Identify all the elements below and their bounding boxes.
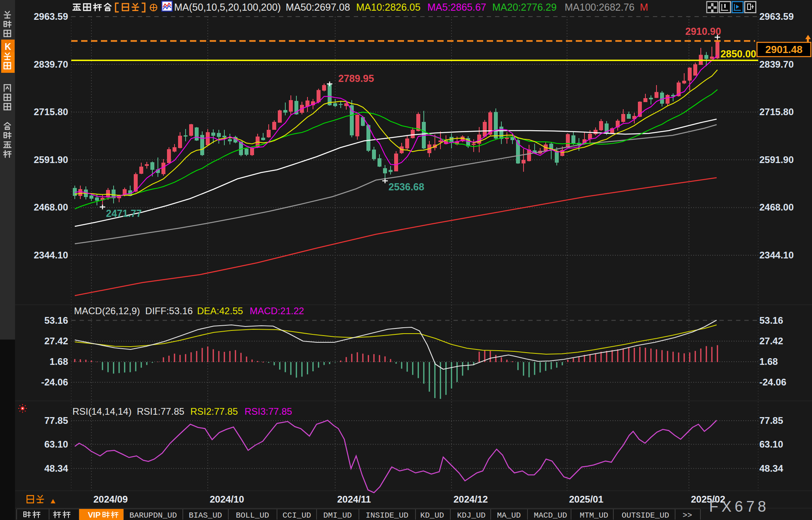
svg-text:2910.90: 2910.90 <box>685 26 721 37</box>
svg-text:2468.00: 2468.00 <box>34 202 68 213</box>
svg-text:2901.48: 2901.48 <box>765 44 803 55</box>
svg-text:1.68: 1.68 <box>759 356 778 367</box>
svg-text:MA(50,10,5,20,100,200): MA(50,10,5,20,100,200) <box>174 2 281 13</box>
svg-text:BOLL_UD: BOLL_UD <box>236 511 269 520</box>
svg-text:2963.59: 2963.59 <box>34 11 68 22</box>
svg-text:63.10: 63.10 <box>759 439 783 450</box>
svg-text:OUTSIDE_UD: OUTSIDE_UD <box>622 511 669 520</box>
svg-text:MA100:2682.76: MA100:2682.76 <box>565 2 635 13</box>
svg-text:K: K <box>5 42 11 52</box>
svg-text:BARUPDN_UD: BARUPDN_UD <box>129 511 177 520</box>
svg-text:27.42: 27.42 <box>44 336 68 346</box>
svg-text:-24.06: -24.06 <box>759 377 786 387</box>
svg-text:MA10:2826.05: MA10:2826.05 <box>356 2 421 13</box>
svg-text:2839.70: 2839.70 <box>34 59 68 70</box>
svg-text:>>: >> <box>683 511 692 520</box>
svg-text:77.85: 77.85 <box>44 415 68 426</box>
svg-text:INSIDE_UD: INSIDE_UD <box>366 511 408 520</box>
svg-text:2024/09: 2024/09 <box>93 494 128 505</box>
svg-text:RSI3:77.85: RSI3:77.85 <box>245 406 292 417</box>
svg-text:KD_UD: KD_UD <box>420 511 444 520</box>
svg-text:2344.10: 2344.10 <box>34 250 68 260</box>
svg-text:M: M <box>640 2 648 13</box>
svg-text:MTM_UD: MTM_UD <box>580 511 608 520</box>
svg-text:63.10: 63.10 <box>44 439 68 450</box>
svg-text:BIAS_UD: BIAS_UD <box>189 511 222 520</box>
svg-text:2536.68: 2536.68 <box>389 181 424 192</box>
svg-text:KDJ_UD: KDJ_UD <box>457 511 486 520</box>
svg-text:VIP: VIP <box>88 511 101 519</box>
svg-text:MA50:2697.08: MA50:2697.08 <box>286 2 350 13</box>
svg-text:48.34: 48.34 <box>44 463 68 474</box>
svg-text:2024/10: 2024/10 <box>210 494 244 505</box>
svg-text:2789.95: 2789.95 <box>338 73 374 84</box>
svg-text:2024/12: 2024/12 <box>453 494 488 505</box>
svg-text:53.16: 53.16 <box>44 315 68 326</box>
svg-text:2850.00: 2850.00 <box>721 48 756 59</box>
svg-text:2344.10: 2344.10 <box>759 250 794 260</box>
svg-text:2024/11: 2024/11 <box>337 494 371 505</box>
svg-text:2715.80: 2715.80 <box>34 106 68 117</box>
svg-text:77.85: 77.85 <box>759 415 783 426</box>
svg-text:MA_UD: MA_UD <box>497 511 521 520</box>
svg-text:48.34: 48.34 <box>759 463 784 474</box>
svg-text:RSI2:77.85: RSI2:77.85 <box>190 406 238 417</box>
svg-text:MA20:2776.29: MA20:2776.29 <box>492 2 557 13</box>
svg-text:1.68: 1.68 <box>49 356 68 367</box>
svg-text:2591.90: 2591.90 <box>759 154 794 165</box>
svg-text:MACD:21.22: MACD:21.22 <box>250 306 304 316</box>
svg-text:2963.59: 2963.59 <box>759 11 794 22</box>
svg-text:2471.77: 2471.77 <box>106 208 142 219</box>
svg-text:MACD(26,12,9) DIFF:53.16: MACD(26,12,9) DIFF:53.16 <box>74 306 193 316</box>
svg-text:MACD_UD: MACD_UD <box>534 511 567 520</box>
svg-text:53.16: 53.16 <box>759 315 783 326</box>
svg-text:2591.90: 2591.90 <box>34 154 68 165</box>
svg-text:2468.00: 2468.00 <box>759 202 794 213</box>
svg-text:MA5:2865.67: MA5:2865.67 <box>427 2 486 13</box>
svg-text:DEA:42.55: DEA:42.55 <box>197 306 243 316</box>
svg-text:2839.70: 2839.70 <box>759 59 794 70</box>
svg-text:2715.80: 2715.80 <box>759 106 794 117</box>
svg-text:RSI(14,14,14) RSI1:77.85: RSI(14,14,14) RSI1:77.85 <box>72 406 184 417</box>
svg-text:27.42: 27.42 <box>759 336 783 346</box>
svg-text:FX678: FX678 <box>709 498 769 515</box>
svg-text:DMI_UD: DMI_UD <box>323 511 352 520</box>
svg-text:2025/01: 2025/01 <box>569 494 603 505</box>
svg-text:-24.06: -24.06 <box>41 377 68 387</box>
svg-text:CCI_UD: CCI_UD <box>283 511 311 520</box>
